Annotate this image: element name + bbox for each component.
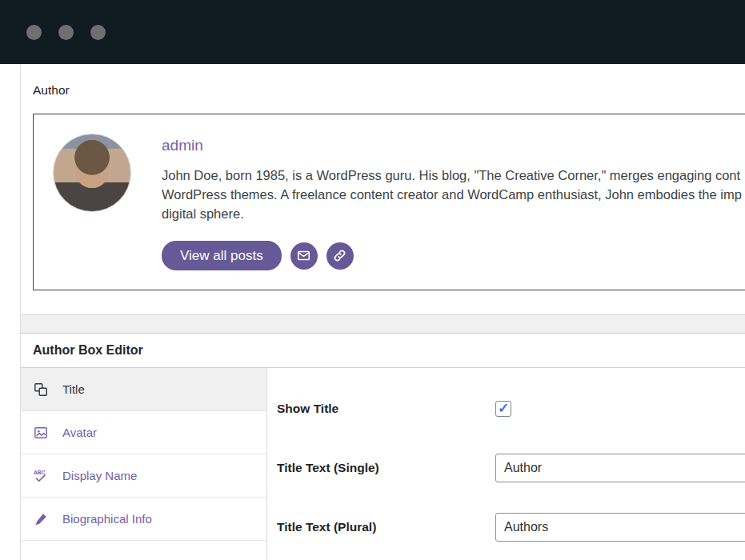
bio-line: John Doe, born 1985, is a WordPress guru… [162,166,742,185]
email-icon[interactable] [290,242,318,270]
show-title-label: Show Title [277,402,495,416]
editor-header: Author Box Editor [21,334,745,368]
window-control-3[interactable] [90,25,106,40]
author-actions: View all posts [162,241,742,270]
author-box-preview: admin John Doe, born 1985, is a WordPres… [33,114,745,290]
author-box-editor-panel: Author Box Editor Title [21,333,745,560]
image-icon [34,426,48,440]
field-row-title-single: Title Text (Single) [277,451,745,485]
bio-line: WordPress themes. A freelance content cr… [162,185,742,204]
author-bio: John Doe, born 1985, is a WordPress guru… [162,166,742,223]
bio-line: digital sphere. [162,204,742,223]
editor-body: Title Avatar [21,368,745,560]
field-row-title-plural: Title Text (Plural) [277,510,745,544]
svg-text:ABC: ABC [34,470,46,475]
author-section-title: Author [33,83,745,98]
window-control-1[interactable] [26,25,42,40]
pencil-icon [34,512,48,526]
tab-biographical-info[interactable]: Biographical Info [21,498,266,541]
tab-avatar[interactable]: Avatar [21,411,266,454]
author-info: admin John Doe, born 1985, is a WordPres… [162,134,742,270]
content-wrapper: Author admin John Doe, born 1985, is a W… [20,64,745,560]
window-control-2[interactable] [58,25,74,40]
title-text-plural-label: Title Text (Plural) [277,520,495,534]
abc-spellcheck-icon: ABC [34,469,48,483]
author-preview-section: Author admin John Doe, born 1985, is a W… [21,64,745,314]
show-title-checkbox[interactable] [495,401,511,417]
editor-tabs: Title Avatar [21,368,267,560]
website-chain-link-icon[interactable] [326,242,354,270]
screen: Author admin John Doe, born 1985, is a W… [0,0,745,560]
browser-chrome [0,0,745,64]
field-row-show-title: Show Title [277,392,745,426]
author-avatar [53,134,131,212]
title-pages-icon [34,382,48,397]
editor-title: Author Box Editor [33,343,745,358]
tab-label: Avatar [62,426,97,439]
tab-label: Biographical Info [62,512,152,526]
section-divider [21,314,745,333]
title-text-single-input[interactable] [495,454,745,482]
editor-fields: Show Title Title Text (Single) Title Tex… [267,368,745,560]
title-text-single-label: Title Text (Single) [277,461,495,475]
tab-display-name[interactable]: ABC Display Name [21,454,266,498]
view-all-posts-button[interactable]: View all posts [162,241,282,270]
tab-label: Title [62,382,85,396]
tab-title[interactable]: Title [21,368,266,411]
title-text-plural-input[interactable] [495,513,745,542]
author-name-link[interactable]: admin [162,137,203,154]
tab-label: Display Name [62,469,137,482]
